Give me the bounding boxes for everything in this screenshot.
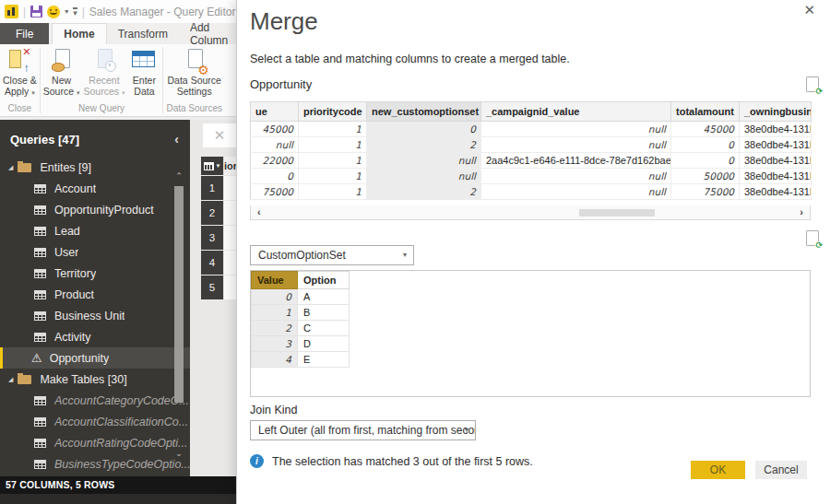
refresh-preview-icon[interactable] (806, 230, 819, 246)
tab-home[interactable]: Home (52, 23, 106, 44)
recent-sources-button: RecentSources ▾ (81, 46, 126, 99)
cell[interactable]: A (298, 289, 350, 305)
query-item-product[interactable]: Product (0, 284, 190, 305)
cell[interactable]: 0 (251, 169, 299, 184)
cell[interactable]: 50000 (671, 169, 740, 184)
cell[interactable]: 0 (671, 137, 740, 153)
cell[interactable]: 1 (299, 184, 367, 200)
query-item-make-tables-30[interactable]: ◢Make Tables [30] (0, 369, 190, 390)
first-table-hscrollbar[interactable]: ‹ › (250, 205, 811, 220)
cell[interactable]: 2 (367, 137, 481, 153)
cell[interactable]: 45000 (251, 122, 299, 137)
data-source-settings-button[interactable]: ⚙Data SourceSettings (166, 46, 223, 97)
refresh-preview-icon[interactable] (806, 76, 819, 92)
cell[interactable]: 1 (299, 169, 367, 184)
close-apply-button[interactable]: ✕↑Close &Apply ▾ (1, 46, 39, 99)
scroll-down-icon[interactable]: ⌄ (174, 450, 184, 458)
cell[interactable]: D (298, 336, 350, 352)
query-item-account[interactable]: Account (0, 178, 190, 199)
cell[interactable]: 38e0dbe4-131b (740, 137, 812, 153)
query-item-accountratingcodeopti[interactable]: AccountRatingCodeOpti... (0, 432, 190, 453)
query-item-label: Territory (54, 267, 96, 280)
cell[interactable]: 1 (252, 305, 298, 321)
cell[interactable]: 0 (367, 122, 481, 137)
feedback-smiley-icon[interactable] (47, 6, 60, 18)
quick-access-toolbar-icon[interactable]: ▾ (73, 7, 77, 17)
cell[interactable]: 22000 (251, 153, 299, 169)
cell[interactable]: 2 (367, 184, 481, 200)
cell[interactable]: 2aa4c9c1-e646-e111-8dce-78e7d162bae6 (481, 153, 671, 169)
cell[interactable]: 75000 (671, 184, 740, 200)
select-all-corner[interactable]: ▼ (201, 157, 223, 175)
cell[interactable]: 75000 (251, 184, 299, 200)
cell[interactable]: 0 (671, 153, 740, 169)
cell[interactable]: null (481, 137, 671, 153)
scrollbar-thumb[interactable] (174, 186, 184, 403)
scroll-left-icon[interactable]: ‹ (257, 206, 261, 218)
cell[interactable]: null (481, 184, 671, 200)
query-item-business-unit[interactable]: Business Unit (0, 305, 190, 326)
column-header-campaignid-value[interactable]: _campaignid_value (481, 102, 671, 122)
column-header-ue[interactable]: ue (251, 102, 299, 122)
cell[interactable]: 2 (252, 321, 298, 336)
cell[interactable]: 1 (299, 153, 367, 169)
table-icon (34, 248, 46, 257)
column-header-option[interactable]: Option (298, 272, 350, 289)
cell[interactable]: 38e0dbe4-131b (740, 153, 812, 169)
match-status-message: The selection has matched 3 out of the f… (272, 455, 533, 468)
cell[interactable]: C (298, 321, 350, 336)
query-item-opportunityproduct[interactable]: OpportunityProduct (0, 199, 190, 220)
ok-button[interactable]: OK (691, 461, 745, 479)
cell[interactable]: null (481, 169, 671, 184)
queries-scrollbar[interactable]: ⌃ ⌄ (174, 172, 184, 458)
close-icon[interactable]: ✕ (803, 2, 815, 18)
clear-formula-button[interactable]: ✕ (203, 123, 236, 147)
query-item-territory[interactable]: Territory (0, 263, 190, 284)
cell[interactable]: null (367, 153, 481, 169)
enter-data-button[interactable]: EnterData (126, 46, 161, 97)
cell[interactable]: 4 (252, 352, 298, 368)
cell[interactable]: 1 (299, 137, 367, 153)
tab-add-column[interactable]: Add Column (179, 23, 239, 44)
column-header-owningbusine[interactable]: _owningbusine (740, 102, 812, 122)
cell[interactable]: null (481, 122, 671, 137)
query-item-opportunity[interactable]: ⚠Opportunity (0, 347, 190, 369)
second-table-select[interactable]: CustomOptionSet ▾ (250, 245, 414, 265)
tree-expand-icon[interactable]: ◢ (8, 376, 13, 383)
cell[interactable]: 38e0dbe4-131b (740, 169, 812, 184)
column-header-new-customoptionset[interactable]: new_customoptionset (367, 102, 481, 122)
column-header-value[interactable]: Value (252, 272, 298, 289)
chevron-down-icon[interactable]: ▾ (65, 7, 68, 16)
query-item-accountclassificationco[interactable]: AccountClassificationCo... (0, 411, 190, 432)
cell[interactable]: E (298, 352, 350, 368)
collapse-panel-icon[interactable]: ‹ (174, 132, 179, 147)
query-item-lead[interactable]: Lead (0, 220, 190, 241)
query-item-businesstypecodeoptio[interactable]: BusinessTypeCodeOptio... (0, 453, 190, 475)
scroll-right-icon[interactable]: › (800, 206, 803, 218)
save-icon[interactable] (30, 6, 42, 18)
column-header-prioritycode[interactable]: prioritycode (299, 102, 367, 122)
cell[interactable]: 3 (252, 336, 298, 352)
cell[interactable]: 38e0dbe4-131b (740, 122, 812, 137)
query-item-entites-9[interactable]: ◢Entites [9] (0, 157, 190, 178)
tab-transform[interactable]: Transform (107, 23, 179, 44)
query-item-user[interactable]: User (0, 241, 190, 263)
tab-file[interactable]: File (0, 23, 49, 44)
column-header-totalamount[interactable]: totalamount (671, 102, 740, 122)
cell[interactable]: 1 (299, 122, 367, 137)
tree-expand-icon[interactable]: ◢ (8, 164, 13, 171)
new-source-button[interactable]: NewSource ▾ (42, 46, 82, 99)
folder-icon (18, 375, 31, 384)
cell[interactable]: 0 (252, 289, 298, 305)
join-kind-select[interactable]: Left Outer (all from first, matching fro… (250, 420, 476, 440)
cell[interactable]: B (298, 305, 350, 321)
cell[interactable]: 45000 (671, 122, 740, 137)
query-item-activity[interactable]: Activity (0, 326, 190, 347)
scrollbar-thumb[interactable] (579, 209, 655, 217)
cancel-button[interactable]: Cancel (755, 461, 807, 479)
query-item-accountcategorycodeo[interactable]: AccountCategoryCodeO... (0, 390, 190, 411)
cell[interactable]: null (251, 137, 299, 153)
scroll-up-icon[interactable]: ⌃ (174, 172, 184, 181)
cell[interactable]: null (367, 169, 481, 184)
cell[interactable]: 38e0dbe4-131b (740, 184, 812, 200)
